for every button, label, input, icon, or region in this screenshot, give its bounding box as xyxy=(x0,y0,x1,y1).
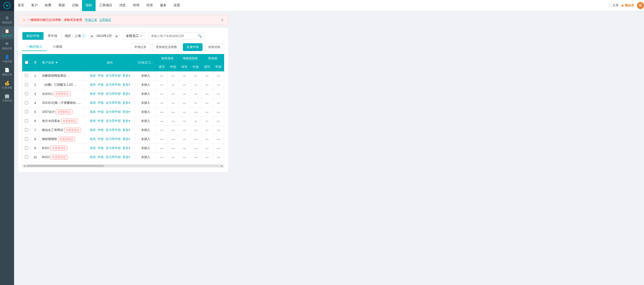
row-num-3: 4 xyxy=(31,99,39,108)
tab-zero-declaration[interactable]: 零申报 xyxy=(44,32,61,40)
row-action-more-8[interactable]: 更多▾ xyxy=(123,146,130,150)
region-info-icon[interactable]: ⓘ xyxy=(82,34,85,38)
sidebar-item-annual-settlement[interactable]: 💰 汇算清缴 xyxy=(0,78,14,91)
row-action-taxform-4[interactable]: 税表 xyxy=(90,110,96,114)
row-action-declare-4[interactable]: 申报 xyxy=(98,110,104,114)
nav-invoice[interactable]: 票据 xyxy=(55,0,68,11)
sidebar-item-tax-settings[interactable]: ⚙ 报税设置 xyxy=(0,13,14,26)
table-row: 4 2013日记账（不要删除给... 未更新税定 税表 申报 设为零申报 更多▾… xyxy=(22,99,224,108)
row-checkbox-7[interactable] xyxy=(25,137,28,140)
sidebar-item-batch-tax[interactable]: 📋 批量报税 xyxy=(0,26,14,39)
btn-update[interactable]: 更新税定及取数 xyxy=(152,43,181,51)
row-checkbox-1[interactable] xyxy=(25,83,28,86)
type-tab-small[interactable]: 小规模 xyxy=(49,43,66,51)
nav-settings[interactable]: 设置 xyxy=(170,0,184,11)
vip-button[interactable]: ▶ 畅会员 xyxy=(622,3,634,8)
search-icon[interactable]: 🔍 xyxy=(198,34,202,38)
row-checkbox-9[interactable] xyxy=(25,155,28,159)
row-action-more-2[interactable]: 更多▾ xyxy=(123,92,130,96)
row-action-declare-3[interactable]: 申报 xyxy=(98,101,104,105)
nav-home[interactable]: 首页 xyxy=(14,0,28,11)
nav-client[interactable]: 客户 xyxy=(28,0,41,11)
next-month-button[interactable]: ▶ xyxy=(114,33,120,39)
row-inc-submit-5: — xyxy=(190,117,202,126)
alert-text: 一键报税功能已过试用期，请购买后使用 xyxy=(28,18,82,22)
row-num-9: 10 xyxy=(31,153,39,162)
row-status-5: 未更新税定 xyxy=(61,119,78,123)
row-action-more-4[interactable]: 更多▾ xyxy=(123,110,130,114)
row-checkbox-8[interactable] xyxy=(25,146,28,150)
row-action-declare-8[interactable]: 申报 xyxy=(98,146,104,150)
btn-records[interactable]: 申报记录 xyxy=(131,43,150,51)
row-action-more-5[interactable]: 更多▾ xyxy=(123,119,130,123)
table-row: 1 勿删新税网络通信 未更新税定 税表 申报 设为零申报 更多▾ 未插入 — —… xyxy=(22,71,224,80)
fullscreen-button[interactable]: ⛶ 全屏 xyxy=(609,3,619,8)
row-action-declare-6[interactable]: 申报 xyxy=(98,128,104,132)
row-checkbox-2[interactable] xyxy=(25,92,28,95)
row-action-declare-0[interactable]: 申报 xyxy=(98,74,104,77)
nav-manage[interactable]: 管理 xyxy=(129,0,143,11)
row-action-more-1[interactable]: 更多▾ xyxy=(123,83,130,86)
nav-business[interactable]: 工商项目 xyxy=(96,0,116,11)
row-action-zero-9[interactable]: 设为零申报 xyxy=(106,155,121,159)
row-action-declare-2[interactable]: 申报 xyxy=(98,92,104,96)
row-action-more-6[interactable]: 更多▾ xyxy=(123,128,130,132)
tab-tax-declaration[interactable]: 税款申报 xyxy=(22,32,44,40)
row-action-zero-4[interactable]: 设为零申报 xyxy=(106,110,121,114)
row-action-declare-5[interactable]: 申报 xyxy=(98,119,104,123)
row-action-taxform-2[interactable]: 税表 xyxy=(90,92,96,96)
row-action-zero-5[interactable]: 设为零申报 xyxy=(106,119,121,123)
row-action-zero-1[interactable]: 设为零申报 xyxy=(106,83,121,86)
row-action-zero-3[interactable]: 设为零申报 xyxy=(106,101,121,105)
user-avatar[interactable]: 畅 xyxy=(637,2,644,9)
row-checkbox-5[interactable] xyxy=(25,119,28,122)
row-action-zero-0[interactable]: 设为零申报 xyxy=(106,74,121,77)
row-action-taxform-0[interactable]: 税表 xyxy=(90,74,96,77)
alert-close-button[interactable]: ✕ xyxy=(221,18,224,22)
sidebar-item-tax-overview[interactable]: 👁 报税总览 xyxy=(0,39,14,52)
row-action-taxform-3[interactable]: 税表 xyxy=(90,101,96,105)
row-fin-fill-7: — xyxy=(156,135,168,144)
nav-operation[interactable]: 经营 xyxy=(143,0,156,11)
row-checkbox-3[interactable] xyxy=(25,101,28,104)
search-input[interactable] xyxy=(151,34,196,38)
alert-link-declaration[interactable]: 申报汇签 xyxy=(85,18,97,22)
row-checkbox-4[interactable] xyxy=(25,110,28,113)
row-action-more-9[interactable]: 更多▾ xyxy=(123,155,130,159)
btn-batch-declare[interactable]: 批量申报 xyxy=(183,43,203,51)
row-action-more-3[interactable]: 更多▾ xyxy=(123,101,130,105)
sidebar-item-personal-tax[interactable]: 👤 个税申报 xyxy=(0,52,14,65)
row-action-taxform-9[interactable]: 税表 xyxy=(90,155,96,159)
row-action-declare-1[interactable]: 申报 xyxy=(98,83,104,86)
horizontal-scrollbar[interactable]: ◀ ▶ xyxy=(22,164,224,168)
prev-month-button[interactable]: ◀ xyxy=(88,33,94,39)
nav-message[interactable]: 消息 xyxy=(116,0,129,11)
nav-tax[interactable]: 报税 xyxy=(82,0,96,11)
row-fin-submit-1: — xyxy=(168,80,179,89)
row-action-taxform-5[interactable]: 税表 xyxy=(90,119,96,123)
alert-link-buy[interactable]: 立即购买 xyxy=(99,18,111,22)
row-action-declare-9[interactable]: 申报 xyxy=(98,155,104,159)
nav-billing[interactable]: 收费 xyxy=(41,0,55,11)
nav-service[interactable]: 服务 xyxy=(156,0,170,11)
row-action-taxform-7[interactable]: 税表 xyxy=(90,137,96,141)
select-all-checkbox[interactable] xyxy=(25,61,28,64)
row-action-more-7[interactable]: 更多▾ xyxy=(123,137,130,141)
sidebar-item-annual-report[interactable]: 🏢 工商年报 xyxy=(0,91,14,104)
sidebar-item-tax-records[interactable]: 📄 报税记录 xyxy=(0,65,14,78)
row-action-taxform-1[interactable]: 税表 xyxy=(90,83,96,86)
row-action-taxform-8[interactable]: 税表 xyxy=(90,146,96,150)
row-action-declare-7[interactable]: 申报 xyxy=(98,137,104,141)
row-checkbox-0[interactable] xyxy=(25,74,28,77)
row-action-zero-7[interactable]: 设为零申报 xyxy=(106,137,121,141)
row-action-taxform-6[interactable]: 税表 xyxy=(90,128,96,132)
type-tab-general[interactable]: 一般的税人 xyxy=(22,43,47,51)
row-action-more-0[interactable]: 更多▾ xyxy=(123,74,130,77)
btn-fetch-receipt[interactable]: 收取回执 xyxy=(205,43,224,51)
row-checkbox-6[interactable] xyxy=(25,128,28,131)
row-action-zero-2[interactable]: 设为零申报 xyxy=(106,92,121,96)
nav-accounting[interactable]: 记账 xyxy=(68,0,82,11)
row-action-zero-8[interactable]: 设为零申报 xyxy=(106,146,121,150)
row-action-zero-6[interactable]: 设为零申报 xyxy=(106,128,121,132)
staff-selector[interactable]: 全部员工 ▼ xyxy=(123,32,145,40)
